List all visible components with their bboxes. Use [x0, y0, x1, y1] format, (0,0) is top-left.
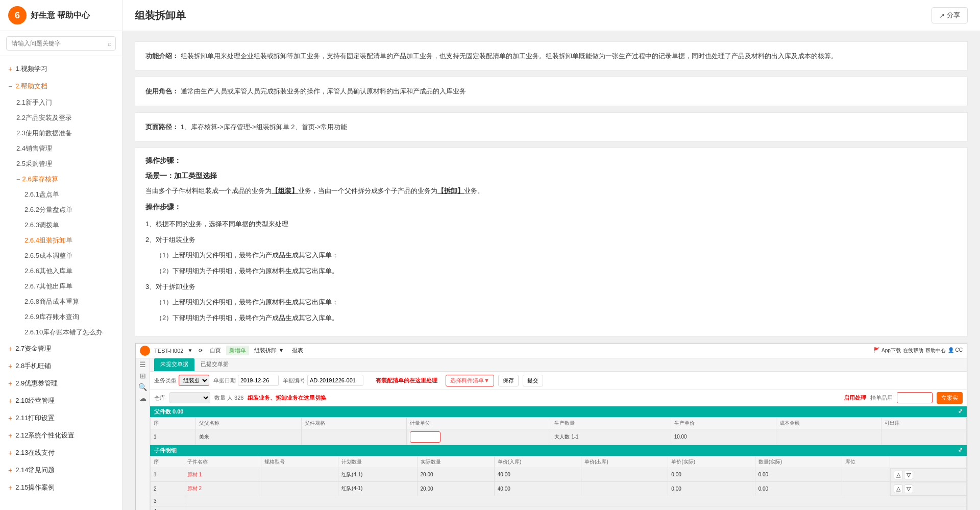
mock-warehouse-label: 仓库 [154, 394, 165, 402]
mock-tab-bar: 未提交单据 已提交单据 [150, 358, 967, 372]
row-btn-up-2[interactable]: △ [894, 484, 903, 493]
sidebar-item-docs-2-6-3[interactable]: 2.6.3调拨单 [0, 217, 122, 233]
search-icon[interactable]: ⌕ [108, 40, 112, 47]
sidebar-item-docs-2-13[interactable]: + 2.13在线支付 [0, 444, 122, 462]
mock-btn-confirm[interactable]: 立案实 [937, 392, 963, 404]
sidebar-item-docs-2-15[interactable]: + 2.15操作案例 [0, 479, 122, 496]
sidebar-item-docs-2-9[interactable]: + 2.9优惠券管理 [0, 375, 122, 392]
sidebar-item-docs-2-11[interactable]: + 2.11打印设置 [0, 409, 122, 427]
col-prod-price: 生产单价 [671, 417, 776, 429]
screenshot-container: TEST-H002 ▼ ⟳ 自页 新增单 组装拆卸 ▼ 报表 🚩 App下载 在… [135, 343, 968, 510]
mock-help-icon[interactable]: 在线帮助 [903, 347, 923, 354]
sidebar-item-docs-2-14[interactable]: + 2.14常见问题 [0, 462, 122, 479]
sidebar-item-docs-2-6-7[interactable]: 2.6.7其他出库单 [0, 279, 122, 294]
sidebar-item-docs-2-6-4[interactable]: 2.6.4组装拆卸单 [0, 233, 122, 248]
lcol-plan-qty: 计划数量 [338, 456, 417, 468]
sidebar-item-docs-2-12[interactable]: + 2.12系统个性化设置 [0, 427, 122, 444]
cell-prod-qty: 大人数 1-1 [551, 429, 671, 445]
sidebar-item-docs-2-4[interactable]: 2.4销售管理 [0, 141, 122, 156]
mock-upper-table-container: 序 父父名称 父件规格 计量单位 生产数量 生产单价 成本金额 可出库 [150, 417, 967, 445]
mock-upper-table: 序 父父名称 父件规格 计量单位 生产数量 生产单价 成本金额 可出库 [150, 417, 967, 445]
sidebar-item-docs-2-6-5[interactable]: 2.6.5成本调整单 [0, 248, 122, 263]
mock-available-input[interactable] [897, 392, 933, 403]
sidebar-item-video[interactable]: + 1.视频学习 [0, 60, 122, 78]
mock-left-bar: ☰ ⊞ 🔍 ☁ [136, 358, 150, 510]
sidebar-item-docs-2-2[interactable]: 2.2产品安装及登录 [0, 110, 122, 126]
cell-unit-input[interactable] [410, 431, 440, 443]
scene1-desc: 当由多个子件材料组装成一个成品的业务为【组装】业务，当由一个父件拆分成多个子产品… [145, 185, 957, 198]
sidebar-item-docs-2-10[interactable]: + 2.10经营管理 [0, 392, 122, 409]
mock-qty-label: 数量 人 326 [214, 394, 243, 402]
sidebar-item-docs-2-6-9[interactable]: 2.6.9库存账本查询 [0, 309, 122, 325]
sidebar-item-docs-2-1[interactable]: 2.1新手入门 [0, 95, 122, 110]
mock-lower-expand-icon[interactable]: ⤢ [958, 447, 963, 454]
plus-icon-2-9: + [8, 379, 12, 387]
annotation-assembly: 有装配清单的在这里处理 [376, 377, 437, 384]
plus-icon-2-15: + [8, 483, 12, 492]
sidebar-item-docs-2-6-6[interactable]: 2.6.6其他入库单 [0, 263, 122, 279]
mock-upper-expand-icon[interactable]: ⤢ [958, 408, 963, 416]
mock-btn-parts[interactable]: 选择料件清单▼ [446, 375, 494, 386]
sidebar-item-docs-2-8[interactable]: + 2.8手机旺铺 [0, 357, 122, 375]
cell-parent-spec [301, 429, 406, 445]
mock-menu-home[interactable]: 自页 [207, 346, 224, 355]
plus-icon-2-8: + [8, 362, 12, 370]
mock-app-icon[interactable]: App下载 [881, 347, 901, 354]
path-text: 1、库存核算->库存管理->组装拆卸单 2、首页->常用功能 [181, 123, 348, 131]
mock-menu-new[interactable]: 新增单 [226, 346, 249, 355]
plus-icon-2-10: + [8, 397, 12, 405]
mock-date-input[interactable] [238, 375, 279, 386]
mock-no-input[interactable] [307, 375, 363, 386]
step3-2: （2）下部明细为子件明细，最终作为产成品生成其它入库单。 [145, 312, 957, 325]
col-prod-qty: 生产数量 [551, 417, 671, 429]
sidebar-item-docs[interactable]: − 2.帮助文档 [0, 78, 122, 95]
mock-upper-header: 父件数 0.00 ⤢ [150, 406, 967, 417]
mock-menu-assembly[interactable]: 组装拆卸 ▼ [251, 346, 287, 355]
share-button[interactable]: ↗ 分享 [932, 7, 968, 23]
row-btn-down-2[interactable]: ▽ [904, 484, 913, 493]
mock-biz-type-select[interactable]: 组装业务 拆卸业务 [179, 375, 209, 386]
sidebar: 6 好生意 帮助中心 ⌕ + 1.视频学习 − 2.帮助文档 2.1新手入门 2… [0, 0, 122, 510]
mock-warehouse-select[interactable] [169, 392, 210, 403]
sidebar-item-docs-2-7[interactable]: + 2.7资金管理 [0, 340, 122, 357]
steps-section: 操作步骤： 场景一：加工类型选择 当由多个子件材料组装成一个成品的业务为【组装】… [135, 148, 968, 336]
mock-menu-report[interactable]: 报表 [289, 346, 306, 355]
step2: 2、对于组装业务 [145, 234, 957, 247]
sidebar-item-docs-2-6-10[interactable]: 2.6.10库存账本错了怎么办 [0, 325, 122, 340]
mock-user-icon[interactable]: 帮助中心 [925, 347, 946, 354]
mock-upper-title: 父件数 0.00 [154, 408, 183, 416]
step2-2: （2）下部明细为子件明细，最终作为原材料生成其它出库单。 [145, 265, 957, 278]
lcol-seq: 序 [151, 456, 184, 468]
mock-biz-type-label: 业务类型 [154, 377, 177, 384]
mock-tab-uncommitted[interactable]: 未提交单据 [154, 358, 194, 371]
mock-toolbar: 业务类型 组装业务 拆卸业务 单据日期 单 [150, 372, 967, 390]
sidebar-header: 6 好生意 帮助中心 [0, 0, 122, 31]
app-title: 好生意 帮助中心 [31, 10, 90, 21]
mock-menu: 自页 新增单 组装拆卸 ▼ 报表 [207, 346, 306, 355]
mock-btn-submit[interactable]: 提交 [523, 375, 543, 386]
path-section: 页面路径： 1、库存核算->库存管理->组装拆卸单 2、首页->常用功能 [135, 112, 968, 141]
mock-no-field: 单据编号 [283, 375, 363, 386]
role-text: 通常由生产人员或库管人员完成拆装业务的操作，库管人员确认原材料的出库和产成品的入… [181, 87, 466, 95]
lcol-qty-actual: 数量(实际) [755, 456, 842, 468]
col-parent-spec: 父件规格 [301, 417, 406, 429]
sidebar-item-docs-2-6-2[interactable]: 2.6.2分量盘点单 [0, 202, 122, 217]
row-btn-up[interactable]: △ [894, 471, 903, 479]
mock-logo-icon [140, 346, 150, 356]
mock-tab-committed[interactable]: 已提交单据 [194, 358, 235, 371]
sidebar-item-docs-2-5[interactable]: 2.5采购管理 [0, 156, 122, 172]
sidebar-item-docs-2-6[interactable]: − 2.6库存核算 [0, 172, 122, 187]
sidebar-item-docs-2-6-1[interactable]: 2.6.1盘点单 [0, 187, 122, 202]
step1: 1、根据不同的业务，选择不同单据的类型来处理 [145, 218, 957, 231]
plus-icon-2-13: + [8, 449, 12, 457]
col-available: 可出库 [881, 417, 966, 429]
mock-refresh-icon[interactable]: ⟳ [199, 348, 203, 353]
intro-label: 功能介绍： [145, 52, 179, 60]
row-btn-down[interactable]: ▽ [904, 471, 913, 479]
sidebar-item-docs-2-3[interactable]: 2.3使用前数据准备 [0, 126, 122, 141]
search-input[interactable] [6, 36, 116, 51]
mock-btn-save[interactable]: 保存 [498, 375, 519, 386]
sidebar-item-docs-2-6-8[interactable]: 2.6.8商品成本重算 [0, 294, 122, 309]
col-parent-name: 父父名称 [196, 417, 301, 429]
cell-avail [881, 429, 966, 445]
